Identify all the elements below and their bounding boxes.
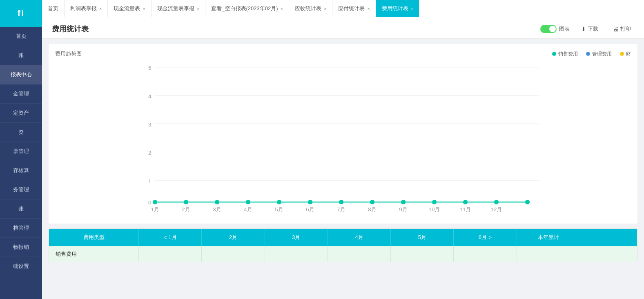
- tab-payable-stats-close[interactable]: ×: [367, 6, 370, 11]
- main-area: 首页 利润表季报 × 现金流量表 × 现金流量表季报 × 查看_空白报表(202…: [42, 0, 644, 299]
- th-3month: 3月: [265, 229, 328, 246]
- legend-finance-dot: [620, 52, 624, 56]
- legend-sales-label: 销售费用: [558, 51, 578, 58]
- sidebar-item-sales-return[interactable]: 畅报销: [0, 238, 42, 257]
- chart-title: 费用趋势图: [55, 50, 82, 58]
- td-sales-3: [265, 246, 328, 262]
- th-4month-label: 4月: [355, 234, 363, 241]
- th-type-label: 费用类型: [83, 234, 105, 241]
- tab-expense-stats[interactable]: 费用统计表 ×: [376, 0, 419, 17]
- svg-text:11月: 11月: [460, 206, 471, 213]
- th-nav-next[interactable]: >: [488, 234, 492, 241]
- svg-text:5月: 5月: [275, 206, 283, 213]
- svg-point-25: [525, 200, 530, 204]
- chart-header: 费用趋势图 销售费用 管理费用 财: [55, 50, 631, 58]
- svg-text:2月: 2月: [182, 206, 190, 213]
- sidebar-item-inventory[interactable]: 存核算: [0, 161, 42, 180]
- tab-expense-stats-label: 费用统计表: [382, 5, 408, 12]
- print-button[interactable]: 🖨 打印: [610, 24, 634, 34]
- svg-text:5: 5: [148, 65, 151, 71]
- print-icon: 🖨: [613, 26, 619, 32]
- legend-finance-label: 财: [626, 51, 631, 58]
- tab-cash-flow-label: 现金流量表: [114, 5, 140, 12]
- tab-cash-flow-quarterly[interactable]: 现金流量表季报 ×: [152, 0, 205, 17]
- content-area: 费用统计表 图表 ⬇ 下载 🖨 打印 费用趋势图: [42, 17, 644, 299]
- chart-toggle-switch[interactable]: [540, 25, 557, 33]
- svg-text:12月: 12月: [491, 206, 502, 213]
- sidebar-item-invoice-mgmt[interactable]: 票管理: [0, 142, 42, 161]
- th-5month: 5月: [391, 229, 454, 246]
- table-header-row: 费用类型 < 1月 2月 3月 4月 5月: [49, 229, 637, 246]
- td-type-sales: 销售费用: [49, 246, 139, 262]
- svg-point-22: [432, 200, 437, 204]
- header-actions: 图表 ⬇ 下载 🖨 打印: [540, 24, 634, 34]
- th-3month-label: 3月: [292, 234, 300, 241]
- svg-point-24: [494, 200, 499, 204]
- tab-profit-quarterly-close[interactable]: ×: [99, 6, 102, 11]
- svg-point-15: [215, 200, 219, 204]
- tab-blank-report-close[interactable]: ×: [281, 6, 283, 11]
- th-2month: 2月: [202, 229, 265, 246]
- download-button[interactable]: ⬇ 下载: [578, 24, 602, 34]
- td-sales-6: [454, 246, 517, 262]
- th-nav-prev[interactable]: <: [163, 234, 167, 241]
- svg-text:1: 1: [148, 178, 151, 184]
- tab-home[interactable]: 首页: [42, 0, 65, 17]
- tab-cash-flow[interactable]: 现金流量表 ×: [108, 0, 151, 17]
- tab-blank-report[interactable]: 查看_空白报表(2023年02月) ×: [205, 0, 289, 17]
- tab-receivable-stats-close[interactable]: ×: [324, 6, 326, 11]
- svg-text:4: 4: [148, 93, 152, 100]
- svg-text:4月: 4月: [244, 206, 252, 213]
- tab-payable-stats[interactable]: 应付统计表 ×: [332, 0, 376, 17]
- sidebar-item-base-settings[interactable]: 础设置: [0, 257, 42, 276]
- th-6month-label: 6月: [479, 234, 487, 241]
- tab-cash-flow-quarterly-close[interactable]: ×: [197, 6, 199, 11]
- td-sales-2: [202, 246, 265, 262]
- th-1month: < 1月: [139, 229, 202, 246]
- svg-text:3月: 3月: [213, 206, 221, 213]
- tab-receivable-stats[interactable]: 应收统计表 ×: [289, 0, 332, 17]
- data-table-section: 费用类型 < 1月 2月 3月 4月 5月: [49, 228, 637, 262]
- sidebar-item-account[interactable]: 账: [0, 46, 42, 65]
- sidebar-logo: fi: [0, 0, 42, 27]
- svg-text:2: 2: [148, 150, 151, 156]
- sidebar-item-fixed-assets[interactable]: 定资产: [0, 104, 42, 123]
- legend-mgmt-expense: 管理费用: [586, 51, 612, 58]
- svg-text:10月: 10月: [429, 206, 440, 213]
- tab-cash-flow-close[interactable]: ×: [143, 6, 145, 11]
- table-row: 销售费用: [49, 246, 637, 262]
- tab-profit-quarterly[interactable]: 利润表季报 ×: [65, 0, 108, 17]
- legend-finance-expense: 财: [620, 51, 631, 58]
- sidebar-item-sub-account[interactable]: 账: [0, 199, 42, 219]
- legend-sales-dot: [552, 52, 556, 56]
- tab-profit-quarterly-label: 利润表季报: [70, 5, 97, 12]
- download-icon: ⬇: [581, 26, 586, 32]
- print-label: 打印: [620, 25, 631, 33]
- td-sales-total: [517, 246, 580, 262]
- th-2month-label: 2月: [229, 234, 237, 241]
- svg-text:1月: 1月: [151, 206, 159, 213]
- chart-legend: 销售费用 管理费用 财: [552, 51, 631, 58]
- svg-text:0: 0: [148, 199, 151, 206]
- sidebar-item-fund-mgmt[interactable]: 金管理: [0, 84, 42, 104]
- sidebar-item-file-mgmt[interactable]: 档管理: [0, 219, 42, 238]
- chart-container: 5 4 3 2 1 0: [55, 61, 631, 217]
- svg-text:9月: 9月: [399, 206, 407, 213]
- sidebar-item-report-center[interactable]: 报表中心: [0, 65, 42, 84]
- sidebar-item-investment[interactable]: 资: [0, 123, 42, 142]
- legend-mgmt-dot: [586, 52, 590, 56]
- th-1month-label: 1月: [169, 234, 177, 241]
- th-4month: 4月: [328, 229, 391, 246]
- th-5month-label: 5月: [418, 234, 426, 241]
- svg-point-14: [184, 200, 188, 204]
- line-chart: 5 4 3 2 1 0: [55, 61, 631, 216]
- sidebar-item-home[interactable]: 首页: [0, 27, 42, 46]
- tab-expense-stats-close[interactable]: ×: [411, 6, 413, 11]
- svg-point-23: [463, 200, 468, 204]
- tab-bar: 首页 利润表季报 × 现金流量表 × 现金流量表季报 × 查看_空白报表(202…: [42, 0, 644, 17]
- tab-home-label: 首页: [48, 5, 58, 12]
- svg-point-18: [308, 200, 312, 204]
- tab-blank-report-label: 查看_空白报表(2023年02月): [211, 5, 278, 12]
- svg-point-19: [339, 200, 343, 204]
- sidebar-item-service-mgmt[interactable]: 务管理: [0, 180, 42, 199]
